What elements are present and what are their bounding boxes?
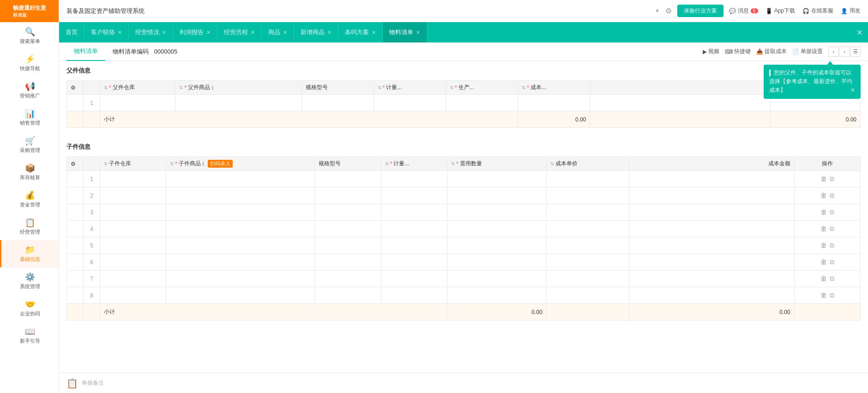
nav-tab-biz-history[interactable]: 经营历程✕: [217, 22, 262, 42]
sub-tab-bom-list[interactable]: 物料清单: [66, 42, 105, 61]
sidebar-item-sales[interactable]: 📊销售管理: [0, 104, 59, 131]
child-cell-goods[interactable]: [166, 254, 315, 271]
nav-tab-goods[interactable]: 商品✕: [262, 22, 294, 42]
parent-cell-unit[interactable]: [374, 95, 446, 111]
child-cell-quantity[interactable]: [447, 271, 546, 287]
child-cell-warehouse[interactable]: [100, 187, 166, 204]
child-cell-spec[interactable]: [315, 221, 381, 237]
list-view-button[interactable]: ☰: [850, 47, 861, 57]
child-cell-goods[interactable]: [166, 171, 315, 187]
child-cell-spec[interactable]: [315, 204, 381, 221]
nav-tab-close-biz-history[interactable]: ✕: [251, 30, 255, 36]
child-cell-cost-unit[interactable]: [546, 254, 629, 271]
child-cell-cost-unit[interactable]: [546, 221, 629, 237]
nav-tab-close-operations-status[interactable]: ✕: [162, 30, 166, 36]
child-cell-goods[interactable]: [166, 221, 315, 237]
delete-icon[interactable]: 🗑: [820, 242, 827, 249]
nav-tab-close-bom[interactable]: ✕: [416, 30, 420, 36]
nav-tab-close-goods[interactable]: ✕: [283, 30, 287, 36]
single-setting-action[interactable]: 📄 单据设置: [792, 48, 823, 55]
sidebar-item-marketing[interactable]: 📢营销推广: [0, 77, 59, 104]
child-cell-cost-unit[interactable]: [546, 187, 629, 204]
sidebar-item-search[interactable]: 🔍搜索菜单: [0, 22, 59, 49]
child-cell-warehouse[interactable]: [100, 221, 166, 237]
scan-badge[interactable]: 扫码录入: [208, 160, 233, 168]
child-cell-goods[interactable]: [166, 204, 315, 221]
sidebar-item-quick-nav[interactable]: ⚡快捷导航: [0, 49, 59, 77]
copy-icon[interactable]: ⧉: [830, 225, 834, 233]
child-cell-cost-unit[interactable]: [546, 287, 629, 304]
trial-button[interactable]: 体验行业方案: [677, 5, 723, 17]
nav-tab-new-goods[interactable]: 新增商品✕: [294, 22, 338, 42]
child-cell-warehouse[interactable]: [100, 287, 166, 304]
child-cell-warehouse[interactable]: [100, 171, 166, 187]
child-col-gear[interactable]: ⚙: [67, 157, 84, 171]
sidebar-item-basic-info[interactable]: 📁基础信息: [0, 240, 59, 267]
sidebar-item-finance[interactable]: 💰资金管理: [0, 186, 59, 213]
child-cell-spec[interactable]: [315, 187, 381, 204]
user-action[interactable]: 👤 用友: [841, 7, 861, 15]
delete-icon[interactable]: 🗑: [820, 175, 827, 183]
child-cell-unit[interactable]: [381, 221, 447, 237]
parent-col-gear[interactable]: ⚙: [67, 81, 84, 95]
view-action[interactable]: ▶ 视频: [703, 48, 719, 55]
sidebar-item-guide[interactable]: 📖新手引导: [0, 322, 59, 349]
copy-icon[interactable]: ⧉: [830, 258, 834, 266]
child-cell-unit[interactable]: [381, 187, 447, 204]
parent-cell-cost[interactable]: [518, 95, 590, 111]
tooltip-close-button[interactable]: ✕: [850, 86, 855, 95]
copy-icon[interactable]: ⧉: [830, 208, 834, 216]
child-cell-warehouse[interactable]: [100, 204, 166, 221]
close-all-tabs-button[interactable]: ✕: [851, 22, 868, 42]
parent-cell-goods[interactable]: [175, 95, 301, 111]
next-page-button[interactable]: ›: [839, 47, 850, 57]
sidebar-item-enterprise[interactable]: 🤝企业协同: [0, 295, 59, 322]
prev-page-button[interactable]: ‹: [828, 47, 838, 57]
child-cell-unit[interactable]: [381, 287, 447, 304]
nav-tab-profit-report[interactable]: 利润报告✕: [173, 22, 217, 42]
copy-icon[interactable]: ⧉: [830, 291, 834, 299]
child-cell-spec[interactable]: [315, 171, 381, 187]
delete-icon[interactable]: 🗑: [820, 192, 827, 200]
child-cell-goods[interactable]: [166, 237, 315, 254]
online-service-action[interactable]: 🎧 在线客服: [802, 7, 833, 15]
extract-cost-action[interactable]: 📥 提取成本: [756, 48, 787, 55]
message-action[interactable]: 💬 消息 6: [729, 7, 758, 15]
sidebar-item-system[interactable]: ⚙️系统管理: [0, 267, 59, 295]
child-cell-goods[interactable]: [166, 187, 315, 204]
child-cell-quantity[interactable]: [447, 171, 546, 187]
copy-icon[interactable]: ⧉: [830, 275, 834, 283]
child-cell-unit[interactable]: [381, 204, 447, 221]
child-cell-quantity[interactable]: [447, 237, 546, 254]
app-download-action[interactable]: 📱 App下载: [766, 7, 795, 15]
nav-tab-barcode[interactable]: 条码方案✕: [338, 22, 383, 42]
child-cell-quantity[interactable]: [447, 254, 546, 271]
child-cell-warehouse[interactable]: [100, 271, 166, 287]
child-cell-warehouse[interactable]: [100, 254, 166, 271]
hotkey-action[interactable]: ⌨ 快捷键: [725, 48, 751, 55]
child-cell-warehouse[interactable]: [100, 237, 166, 254]
child-cell-quantity[interactable]: [447, 204, 546, 221]
nav-tab-customer[interactable]: 客户联络✕: [84, 22, 129, 42]
nav-tab-close-barcode[interactable]: ✕: [372, 30, 376, 36]
child-cell-unit[interactable]: [381, 237, 447, 254]
parent-cell-production[interactable]: [446, 95, 518, 111]
nav-tab-close-new-goods[interactable]: ✕: [327, 30, 332, 36]
child-cell-goods[interactable]: [166, 271, 315, 287]
child-cell-unit[interactable]: [381, 171, 447, 187]
child-cell-cost-unit[interactable]: [546, 271, 629, 287]
system-title-arrow[interactable]: ▼: [655, 8, 660, 13]
delete-icon[interactable]: 🗑: [820, 275, 827, 283]
child-cell-goods[interactable]: [166, 287, 315, 304]
parent-cell-spec[interactable]: [301, 95, 374, 111]
child-cell-quantity[interactable]: [447, 187, 546, 204]
nav-tab-close-customer[interactable]: ✕: [118, 30, 122, 36]
parent-cell-warehouse[interactable]: [100, 95, 175, 111]
delete-icon[interactable]: 🗑: [820, 258, 827, 266]
child-cell-spec[interactable]: [315, 271, 381, 287]
child-cell-cost-unit[interactable]: [546, 204, 629, 221]
child-cell-cost-unit[interactable]: [546, 237, 629, 254]
delete-icon[interactable]: 🗑: [820, 225, 827, 233]
child-cell-cost-unit[interactable]: [546, 171, 629, 187]
child-cell-spec[interactable]: [315, 237, 381, 254]
